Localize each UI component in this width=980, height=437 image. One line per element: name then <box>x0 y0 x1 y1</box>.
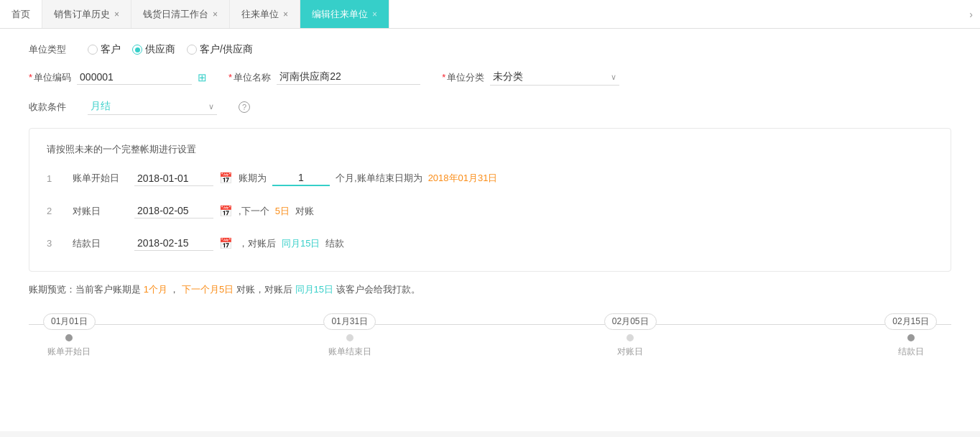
radio-customer[interactable]: 客户 <box>88 43 121 56</box>
unit-type-radio-group: 客户 供应商 客户/供应商 <box>88 43 253 56</box>
unit-category-arrow-icon: ∨ <box>611 73 616 82</box>
timeline-item-0: 01月01日 账单开始日 <box>43 313 96 358</box>
setting-row-1: 1 账单开始日 📅 账期为 个月,账单结束日期为 2018年01月31日 <box>47 170 933 186</box>
row-value-2: 📅 ,下一个 5日 对账 <box>134 203 933 218</box>
timeline-item-2: 02月05日 对账日 <box>604 313 657 358</box>
radio-supplier-label: 供应商 <box>145 43 175 56</box>
row-label-3: 结款日 <box>73 237 123 250</box>
timeline-label-3: 结款日 <box>898 346 924 358</box>
timeline-label-0: 账单开始日 <box>47 346 91 358</box>
close-partner-units-icon[interactable]: × <box>283 9 288 19</box>
unit-name-field: *单位名称 <box>228 70 420 85</box>
timeline-badge-0: 01月01日 <box>43 313 96 330</box>
tab-home-label: 首页 <box>11 8 30 21</box>
unit-info-row: *单位编码 ⊞ *单位名称 *单位分类 未分类 ∨ <box>29 69 951 86</box>
preview-part3: 同月15日 <box>295 284 333 295</box>
timeline-badge-3: 02月15日 <box>884 313 937 330</box>
tab-more-button[interactable]: › <box>962 0 980 28</box>
period-settings-section: 请按照未来的一个完整帐期进行设置 1 账单开始日 📅 账期为 个月,账单结束日期… <box>29 128 951 272</box>
reconcile-date-input[interactable] <box>134 203 213 218</box>
radio-both-circle <box>187 45 197 55</box>
tab-partner-units[interactable]: 往来单位 × <box>230 0 300 28</box>
timeline-label-2: 对账日 <box>617 346 643 358</box>
row-value-3: 📅 ，对账后 同月15日 结款 <box>134 236 933 251</box>
unit-category-dropdown[interactable]: 未分类 ∨ <box>490 69 619 86</box>
tab-home[interactable]: 首页 <box>0 0 42 28</box>
preview-part2: 下一个月5日 <box>182 284 234 295</box>
unit-category-label: *单位分类 <box>442 71 484 84</box>
reconcile-suffix: 对账 <box>295 205 314 218</box>
tab-sales-history-label: 销售订单历史 <box>54 8 110 21</box>
close-sales-history-icon[interactable]: × <box>114 9 119 19</box>
row-label-2: 对账日 <box>73 205 123 218</box>
start-date-input[interactable] <box>134 171 213 186</box>
timeline-dot-1 <box>346 334 353 341</box>
unit-category-value: 未分类 <box>493 70 608 83</box>
close-edit-partner-icon[interactable]: × <box>372 9 377 19</box>
period-prefix: 账期为 <box>239 172 267 185</box>
setting-row-3: 3 结款日 📅 ，对账后 同月15日 结款 <box>47 236 933 251</box>
tab-cash-workbench[interactable]: 钱货日清工作台 × <box>131 0 230 28</box>
payment-date-calendar-icon[interactable]: 📅 <box>219 237 233 250</box>
start-date-calendar-icon[interactable]: 📅 <box>219 172 233 185</box>
radio-customer-circle <box>88 45 98 55</box>
unit-name-label: *单位名称 <box>228 71 271 84</box>
section-title: 请按照未来的一个完整帐期进行设置 <box>47 143 933 156</box>
payment-terms-help-icon[interactable]: ? <box>239 101 250 113</box>
tab-partner-units-label: 往来单位 <box>241 8 279 21</box>
payment-suffix: 结款 <box>325 237 344 250</box>
timeline-badge-2: 02月05日 <box>604 313 657 330</box>
preview-suffix: 该客户会给我打款。 <box>336 284 420 295</box>
payment-terms-label: 收款条件 <box>29 101 66 114</box>
tab-edit-partner-label: 编辑往来单位 <box>312 8 368 21</box>
timeline-label-1: 账单结束日 <box>328 346 371 358</box>
timeline-dot-0 <box>65 334 73 341</box>
row-num-2: 2 <box>47 206 61 216</box>
radio-supplier-circle <box>132 45 142 55</box>
tab-edit-partner[interactable]: 编辑往来单位 × <box>300 0 389 28</box>
timeline-item-1: 01月31日 账单结束日 <box>323 313 376 358</box>
row-value-1: 📅 账期为 个月,账单结束日期为 2018年01月31日 <box>134 170 933 186</box>
radio-both[interactable]: 客户/供应商 <box>187 43 253 56</box>
unit-category-star: * <box>442 72 445 83</box>
reconcile-prefix: ,下一个 <box>239 205 269 218</box>
tab-more-icon: › <box>969 9 973 20</box>
end-date-highlight: 2018年01月31日 <box>428 172 498 185</box>
unit-code-star: * <box>29 72 32 83</box>
radio-both-label: 客户/供应商 <box>200 43 253 56</box>
page-content: 单位类型 客户 供应商 客户/供应商 *单位编码 ⊞ <box>0 29 980 431</box>
timeline-wrapper: 01月01日 账单开始日 01月31日 账单结束日 02月05日 对账日 02月… <box>29 313 951 358</box>
radio-customer-label: 客户 <box>101 43 121 56</box>
unit-category-field: *单位分类 未分类 ∨ <box>442 69 619 86</box>
timeline-item-3: 02月15日 结款日 <box>884 313 937 358</box>
close-cash-workbench-icon[interactable]: × <box>213 9 218 19</box>
period-suffix-before-highlight: 个月,账单结束日期为 <box>336 172 422 185</box>
row-num-1: 1 <box>47 173 61 184</box>
period-months-input[interactable] <box>272 170 330 186</box>
payment-date-input[interactable] <box>134 236 213 251</box>
row-label-1: 账单开始日 <box>73 172 123 185</box>
payment-terms-arrow-icon: ∨ <box>208 102 214 111</box>
reconcile-day-highlight: 5日 <box>275 205 290 218</box>
preview-sep1: ， <box>170 284 179 295</box>
unit-code-field: *单位编码 ⊞ <box>29 70 207 85</box>
tab-sales-history[interactable]: 销售订单历史 × <box>42 0 131 28</box>
unit-type-row: 单位类型 客户 供应商 客户/供应商 <box>29 43 951 56</box>
row-num-3: 3 <box>47 238 61 249</box>
unit-code-input[interactable] <box>77 70 192 85</box>
radio-supplier[interactable]: 供应商 <box>132 43 175 56</box>
payment-terms-dropdown[interactable]: 月结 ∨ <box>88 98 217 115</box>
tab-bar: 首页 销售订单历史 × 钱货日清工作台 × 往来单位 × 编辑往来单位 × › <box>0 0 980 29</box>
unit-name-input[interactable] <box>277 70 420 85</box>
reconcile-date-calendar-icon[interactable]: 📅 <box>219 205 233 218</box>
timeline-badge-1: 01月31日 <box>323 313 376 330</box>
timeline-dot-3 <box>907 334 915 341</box>
payment-day-highlight: 同月15日 <box>282 237 320 250</box>
unit-type-label: 单位类型 <box>29 43 66 56</box>
setting-row-2: 2 对账日 📅 ,下一个 5日 对账 <box>47 203 933 218</box>
preview-section: 账期预览：当前客户账期是 1个月 ， 下一个月5日 对账，对账后 同月15日 该… <box>29 283 951 358</box>
tab-cash-workbench-label: 钱货日清工作台 <box>143 8 208 21</box>
unit-code-copy-icon[interactable]: ⊞ <box>198 71 207 84</box>
unit-name-star: * <box>228 72 232 83</box>
preview-label: 账期预览：当前客户账期是 <box>29 284 141 295</box>
